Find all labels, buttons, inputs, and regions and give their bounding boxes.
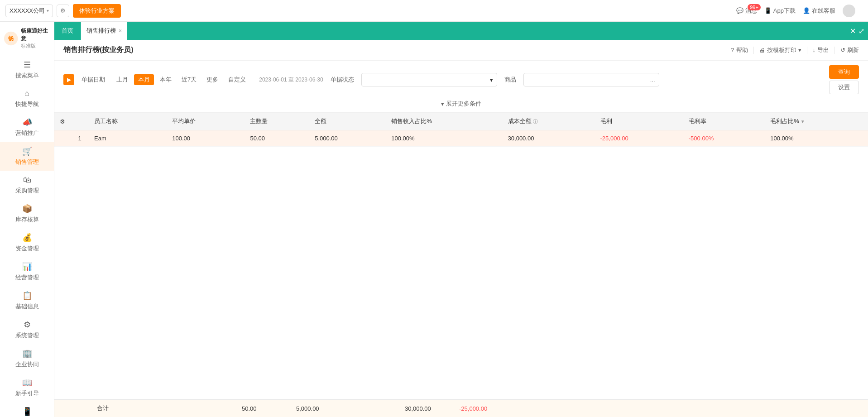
table-container: ⚙ 员工名称 平均单价 主数量 全额 xyxy=(54,113,868,399)
col-revenue-pct: 销售收入占比% xyxy=(386,113,502,130)
sidebar-item-appcenter[interactable]: 📱 应用中心 xyxy=(0,402,54,417)
sidebar-item-label: 企业协同 xyxy=(15,360,39,369)
col-settings[interactable]: ⚙ xyxy=(54,113,71,130)
sidebar-item-label: 销售管理 xyxy=(15,158,39,166)
app-download-button[interactable]: 📱 App下载 xyxy=(764,7,796,15)
date-tabs: 上月 本月 本年 近7天 更多 自定义 xyxy=(112,74,250,85)
row-settings[interactable] xyxy=(54,130,71,147)
footer-quantity: 50.00 xyxy=(236,405,291,412)
restore-icon[interactable]: ⤢ xyxy=(858,27,864,35)
query-button[interactable]: 查询 xyxy=(829,65,859,79)
logo-icon: 畅 xyxy=(4,30,18,47)
tab-close-icon[interactable]: × xyxy=(119,28,122,34)
sidebar-item-basicinfo[interactable]: 📋 基础信息 xyxy=(0,286,54,315)
export-icon: ↓ xyxy=(813,47,816,53)
data-table: ⚙ 员工名称 平均单价 主数量 全额 xyxy=(54,113,868,147)
sidebar-item-inventory[interactable]: 📦 库存核算 xyxy=(0,199,54,228)
filter-expand-button[interactable]: ▶ xyxy=(63,74,74,85)
status-filter-label: 单据状态 xyxy=(331,76,354,84)
table-footer: 合计 50.00 5,000.00 30,000.00 -25,000.00 xyxy=(54,399,868,417)
logo-text: 畅康通好生意 标准版 xyxy=(21,27,50,49)
date-tab-custom[interactable]: 自定义 xyxy=(224,74,250,85)
date-tab-last-month[interactable]: 上月 xyxy=(112,74,132,85)
profit-pct-sort-icon[interactable]: ▼ xyxy=(801,119,805,124)
sidebar-logo: 畅 畅康通好生意 标准版 xyxy=(0,22,54,55)
filter-actions: 查询 设置 xyxy=(829,65,859,94)
filter-area: ▶ 单据日期 上月 本月 本年 近7天 更多 自定义 2023-06-01 至 … xyxy=(54,61,868,113)
date-tab-7days[interactable]: 近7天 xyxy=(177,74,201,85)
footer-row: 合计 50.00 5,000.00 30,000.00 -25,000.00 xyxy=(60,404,863,412)
date-range-display: 2023-06-01 至 2023-06-30 xyxy=(259,76,323,84)
tab-sales-ranking[interactable]: 销售排行榜 × xyxy=(81,22,127,40)
goods-ellipsis-icon[interactable]: ... xyxy=(650,77,655,83)
avatar[interactable] xyxy=(843,5,855,17)
row-amount: 5,000.00 xyxy=(309,130,386,147)
close-all-tabs-icon[interactable]: ✕ xyxy=(850,27,856,35)
footer-label: 合计 xyxy=(91,404,182,412)
print-label: 按模板打印 xyxy=(767,46,796,54)
cost-info-icon[interactable]: ⓘ xyxy=(533,118,538,125)
sidebar-item-label: 基础信息 xyxy=(15,302,39,311)
chevron-down-icon: ▾ xyxy=(441,101,444,107)
sidebar-item-quicknav[interactable]: ⌂ 快捷导航 xyxy=(0,84,54,113)
sidebar-item-sales[interactable]: 🛒 销售管理 xyxy=(0,142,54,171)
service-icon: 👤 xyxy=(803,7,810,14)
trial-button[interactable]: 体验行业方案 xyxy=(73,4,121,18)
tab-home-label: 首页 xyxy=(62,27,73,35)
expand-arrow-icon: ▶ xyxy=(67,77,71,83)
date-tab-more[interactable]: 更多 xyxy=(202,74,222,85)
sidebar-item-operations[interactable]: 📊 经营管理 xyxy=(0,257,54,286)
settings-icon[interactable]: ⚙ xyxy=(57,5,69,17)
finance-icon: 💰 xyxy=(22,233,32,243)
marketing-icon: 📣 xyxy=(22,117,32,127)
sidebar-item-label: 资金管理 xyxy=(15,244,39,253)
tab-label: 销售排行榜 xyxy=(86,27,116,35)
sidebar-item-marketing[interactable]: 📣 营销推广 xyxy=(0,113,54,142)
col-gross-profit: 毛利 xyxy=(595,113,683,130)
row-name: Eam xyxy=(89,130,167,147)
footer-cost: 30,000.00 xyxy=(399,405,454,412)
goods-input[interactable]: ... xyxy=(523,73,659,86)
sidebar-item-search[interactable]: ☰ 搜索菜单 xyxy=(0,55,54,84)
divider3 xyxy=(834,47,835,54)
company-name: XXXXXX公司 xyxy=(10,7,45,15)
table-header: ⚙ 员工名称 平均单价 主数量 全额 xyxy=(54,113,868,130)
table-row: 1Eam100.0050.005,000.00100.00%30,000.00-… xyxy=(54,130,868,147)
expand-more-filters-button[interactable]: ▾ 展开更多条件 xyxy=(441,100,481,108)
export-button[interactable]: ↓ 导出 xyxy=(813,46,830,54)
refresh-label: 刷新 xyxy=(847,46,859,54)
app-download-label: App下载 xyxy=(773,7,796,15)
basicinfo-icon: 📋 xyxy=(22,291,32,301)
sidebar-item-label: 系统管理 xyxy=(15,331,39,340)
sidebar-item-guide[interactable]: 📖 新手引导 xyxy=(0,373,54,402)
table-body: 1Eam100.0050.005,000.00100.00%30,000.00-… xyxy=(54,130,868,147)
row-profit-pct: 100.00% xyxy=(765,130,868,147)
help-button[interactable]: ? 帮助 xyxy=(731,46,748,54)
settings-button[interactable]: 设置 xyxy=(829,81,859,94)
status-select[interactable]: ▾ xyxy=(361,73,497,86)
download-icon: 📱 xyxy=(764,7,772,14)
date-tab-this-month[interactable]: 本月 xyxy=(134,74,154,85)
date-tab-this-year[interactable]: 本年 xyxy=(156,74,176,85)
print-template-button[interactable]: 🖨 按模板打印 ▾ xyxy=(759,46,801,54)
system-icon: ⚙ xyxy=(24,320,31,330)
goods-filter-label: 商品 xyxy=(504,76,516,84)
refresh-icon: ↺ xyxy=(840,47,845,53)
online-service-button[interactable]: 👤 在线客服 xyxy=(803,7,835,15)
sidebar-item-enterprise[interactable]: 🏢 企业协同 xyxy=(0,344,54,373)
col-profit-pct: 毛利占比% ▼ xyxy=(765,113,868,130)
refresh-button[interactable]: ↺ 刷新 xyxy=(840,46,859,54)
footer-amount: 5,000.00 xyxy=(291,405,345,412)
tab-home[interactable]: 首页 xyxy=(54,22,81,40)
page-header: 销售排行榜(按业务员) ? 帮助 🖨 按模板打印 ▾ ↓ 导出 xyxy=(54,40,868,61)
tab-bar: 首页 销售排行榜 × ✕ ⤢ xyxy=(54,22,868,40)
sidebar-item-system[interactable]: ⚙ 系统管理 xyxy=(0,315,54,344)
col-avg-price: 平均单价 xyxy=(167,113,245,130)
sidebar-item-label: 搜索菜单 xyxy=(15,72,39,80)
company-selector[interactable]: XXXXXX公司 ▾ xyxy=(5,5,53,17)
sidebar-item-label: 快捷导航 xyxy=(15,100,39,108)
help-icon: ? xyxy=(731,47,734,53)
message-button[interactable]: 💬 消息 99+ xyxy=(736,7,757,15)
sidebar-item-purchase[interactable]: 🛍 采购管理 xyxy=(0,171,54,199)
sidebar-item-finance[interactable]: 💰 资金管理 xyxy=(0,228,54,257)
